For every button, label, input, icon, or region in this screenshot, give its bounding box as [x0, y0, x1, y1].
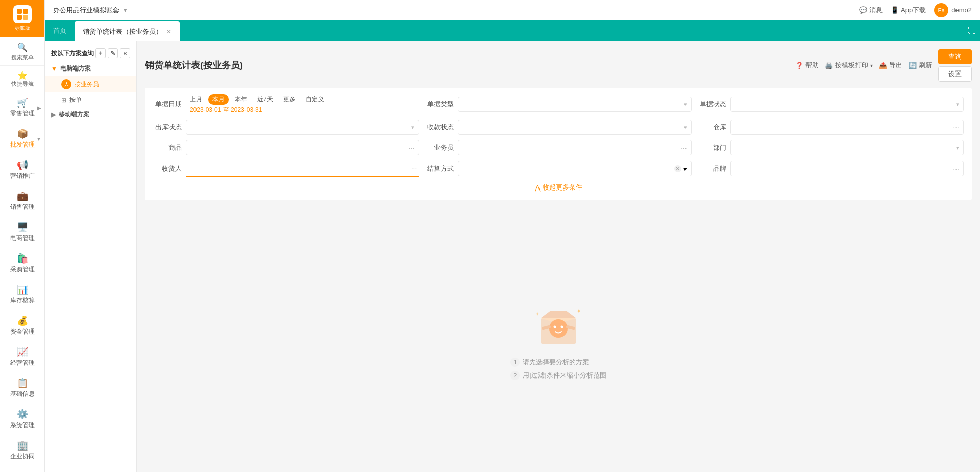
svg-line-8 — [543, 327, 549, 328]
sidebar-item-label-operations: 经营管理 — [10, 359, 35, 367]
finance-icon: 💰 — [17, 315, 28, 326]
hint-num-1: 1 — [510, 358, 520, 367]
basic-icon: 📋 — [17, 377, 28, 389]
department-arrow: ▾ — [956, 145, 959, 151]
purchase-icon: 🛍️ — [17, 253, 28, 264]
sidebar-item-label-ecommerce: 电商管理 — [10, 234, 35, 243]
sidebar-item-basic[interactable]: 📋 基础信息 — [0, 372, 44, 404]
svg-rect-3 — [23, 15, 28, 20]
brand-label: 品牌 — [698, 164, 726, 173]
add-scheme-btn[interactable]: + — [95, 48, 106, 58]
tree-by-salesperson[interactable]: 人 按业务员 — [45, 76, 136, 92]
tree-expand-icon: ▼ — [51, 65, 57, 73]
tree-mobile-expand-icon: ▶ — [51, 111, 56, 119]
sidebar-item-retail[interactable]: 🛒 零售管理 ▶ — [0, 92, 44, 123]
tree-desktop-label: 电脑端方案 — [60, 64, 91, 73]
tree-desktop-parent[interactable]: ▼ 电脑端方案 — [45, 61, 136, 76]
filter-settlement: 结算方式 ✕ ▾ — [425, 160, 691, 177]
tree-mobile-parent[interactable]: ▶ 移动端方案 — [45, 107, 136, 122]
refresh-btn[interactable]: 🔄 刷新 — [909, 61, 932, 70]
doc-status-arrow: ▾ — [956, 101, 959, 108]
tab-home-label: 首页 — [53, 26, 66, 35]
filter-warehouse: 仓库 ··· — [698, 120, 964, 135]
tab-expand-btn[interactable]: ⛶ — [968, 26, 976, 35]
tab-home[interactable]: 首页 — [45, 20, 75, 41]
settlement-x-btn[interactable]: ✕ — [674, 165, 681, 172]
product-input-area[interactable]: ··· — [186, 140, 419, 155]
template-print-btn[interactable]: 🖨️ 按模板打印 ▾ — [825, 61, 873, 70]
wholesale-arrow: ▼ — [36, 136, 41, 141]
sidebar-item-purchase[interactable]: 🛍️ 采购管理 — [0, 248, 44, 279]
receiver-input[interactable] — [188, 160, 409, 176]
receipt-status-select[interactable]: ▾ — [458, 120, 691, 135]
sidebar-item-sales[interactable]: 💼 销售管理 — [0, 185, 44, 217]
tab-close-btn[interactable]: ✕ — [166, 28, 172, 35]
date-tab-custom[interactable]: 自定义 — [302, 94, 328, 105]
warehouse-dots[interactable]: ··· — [953, 123, 959, 131]
date-tab-more[interactable]: 更多 — [279, 94, 300, 105]
brand-input-area[interactable]: ··· — [730, 161, 964, 176]
sidebar-item-inventory[interactable]: 📊 库存核算 — [0, 279, 44, 310]
sidebar-item-label-retail: 零售管理 — [10, 109, 35, 118]
help-icon: ❓ — [795, 62, 803, 69]
ecommerce-icon: 🖥️ — [17, 222, 28, 233]
collapse-panel-btn[interactable]: « — [120, 48, 130, 58]
app-download-btn[interactable]: 📱 App下载 — [891, 6, 926, 15]
sidebar-item-operations[interactable]: 📈 经营管理 — [0, 341, 44, 372]
help-btn[interactable]: ❓ 帮助 — [795, 61, 819, 70]
settlement-input-area[interactable]: ✕ ▾ — [458, 161, 691, 176]
sidebar-item-label-purchase: 采购管理 — [10, 265, 35, 274]
wholesale-icon: 📦 — [17, 128, 28, 139]
sidebar-item-marketing[interactable]: 📢 营销推广 — [0, 154, 44, 185]
sidebar-item-newbie[interactable]: 🎓 新手引导 — [0, 466, 44, 472]
date-tab-this-month[interactable]: 本月 — [208, 94, 229, 105]
filter-out-status: 出库状态 ▾ — [153, 120, 419, 135]
collapse-filters-btn[interactable]: ⋀ 收起更多条件 — [153, 181, 964, 194]
settlement-label: 结算方式 — [425, 164, 454, 173]
date-tab-7days[interactable]: 近7天 — [253, 94, 277, 105]
receipt-status-arrow: ▾ — [684, 124, 687, 131]
export-icon: 📤 — [879, 62, 887, 69]
doc-type-select[interactable]: ▾ — [458, 97, 691, 112]
sidebar-item-ecommerce[interactable]: 🖥️ 电商管理 — [0, 217, 44, 248]
warehouse-label: 仓库 — [698, 123, 726, 132]
quick-nav[interactable]: ⭐ 快捷导航 — [0, 66, 44, 92]
setup-btn[interactable]: 设置 — [938, 66, 972, 82]
expand-icon: ⛶ — [968, 26, 976, 35]
date-tab-this-year[interactable]: 本年 — [231, 94, 251, 105]
empty-illustration: ✦ ✦ — [528, 290, 589, 351]
sidebar-item-wholesale[interactable]: 📦 批发管理 ▼ — [0, 123, 44, 154]
filter-date: 单据日期 上月 本月 本年 近7天 更多 自定义 2023-03-01 至 20… — [153, 94, 419, 114]
sidebar-item-system[interactable]: ⚙️ 系统管理 — [0, 404, 44, 435]
salesperson-input-area[interactable]: ··· — [458, 140, 691, 155]
out-status-select[interactable]: ▾ — [186, 120, 419, 135]
brand-dots[interactable]: ··· — [953, 164, 959, 173]
app-title-dropdown[interactable]: ▾ — [124, 6, 127, 14]
export-btn[interactable]: 📤 导出 — [879, 61, 902, 70]
edit-scheme-btn[interactable]: ✎ — [108, 48, 118, 58]
left-panel-title: 按以下方案查询 — [51, 49, 94, 58]
sidebar-item-enterprise[interactable]: 🏢 企业协同 — [0, 435, 44, 466]
sales-icon: 💼 — [17, 191, 28, 202]
product-dots[interactable]: ··· — [409, 144, 415, 152]
tree-by-order[interactable]: ⊞ 按单 — [45, 92, 136, 107]
doc-status-select[interactable]: ▾ — [730, 97, 964, 112]
user-area[interactable]: Ea demo2 — [934, 3, 972, 17]
right-content: 销货单统计表(按业务员) ❓ 帮助 🖨️ 按模板打印 ▾ 📤 导出 — [137, 41, 980, 472]
sidebar-item-label-basic: 基础信息 — [10, 390, 35, 398]
tree-order-label: 按单 — [69, 96, 82, 104]
warehouse-input-area[interactable]: ··· — [730, 120, 964, 135]
out-status-arrow: ▾ — [411, 124, 414, 131]
sidebar-item-finance[interactable]: 💰 资金管理 — [0, 310, 44, 341]
department-select[interactable]: ▾ — [730, 140, 964, 155]
date-tab-last-month[interactable]: 上月 — [186, 94, 206, 105]
receiver-dots[interactable]: ··· — [411, 164, 418, 172]
query-btn[interactable]: 查询 — [938, 49, 972, 64]
salesperson-dots[interactable]: ··· — [681, 144, 687, 152]
message-btn[interactable]: 💬 消息 — [859, 6, 883, 15]
tab-sales-report[interactable]: 销货单统计表（按业务员） ✕ — [75, 21, 180, 42]
search-menu[interactable]: 🔍 搜索菜单 — [0, 37, 44, 66]
page-actions: ❓ 帮助 🖨️ 按模板打印 ▾ 📤 导出 🔄 刷新 — [795, 49, 972, 82]
query-btns: 查询 设置 — [938, 49, 972, 82]
inventory-icon: 📊 — [17, 284, 28, 295]
